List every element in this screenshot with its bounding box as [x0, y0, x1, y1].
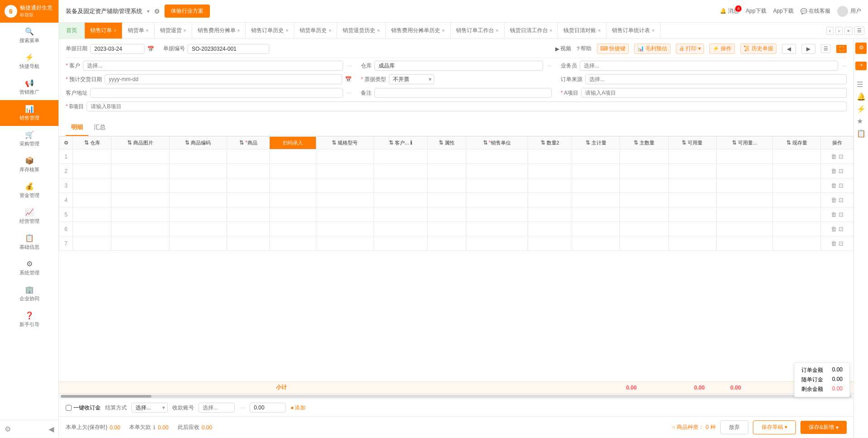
tab-menu-button[interactable]: ☰ — [854, 26, 864, 35]
copy-row-button[interactable]: ⊡ — [839, 168, 844, 174]
row-unit[interactable] — [466, 207, 528, 222]
staff-more-icon[interactable]: ··· — [842, 63, 847, 69]
row-scan[interactable] — [270, 236, 316, 251]
delete-row-button[interactable]: 🗑 — [831, 197, 837, 203]
sidebar-item-finance[interactable]: 💰 资金管理 — [0, 178, 58, 203]
delete-row-button[interactable]: 🗑 — [831, 226, 837, 232]
row-main-qty[interactable] — [620, 178, 668, 193]
sidebar-settings-icon[interactable]: ⚙ — [5, 425, 11, 433]
prev-record-button[interactable]: ◀ — [782, 44, 796, 54]
tab-sales-order-history[interactable]: 销售订单历史 × — [246, 23, 294, 39]
row-code[interactable] — [169, 207, 227, 222]
row-op[interactable]: 🗑⊡ — [821, 193, 853, 207]
profit-link[interactable]: 📊 毛利预估 — [634, 43, 670, 54]
a-project-input[interactable] — [581, 88, 847, 98]
remark-input[interactable] — [374, 88, 552, 98]
account-input[interactable] — [199, 403, 235, 413]
row-warehouse[interactable] — [73, 207, 112, 222]
tab-close-icon[interactable]: × — [184, 28, 186, 33]
sidebar-item-search[interactable]: 🔍 搜索菜单 — [0, 23, 58, 48]
tab-sales-invoice-history[interactable]: 销货单历史 × — [294, 23, 337, 39]
right-panel-icon-4[interactable]: ★ — [857, 117, 866, 125]
order-source-input[interactable] — [585, 74, 847, 84]
col-image-header[interactable]: ⇅ 商品图片 — [112, 137, 170, 149]
col-name-header[interactable]: ⇅ *商品 — [227, 137, 270, 149]
col-avail-header[interactable]: ⇅ 可用量 — [668, 137, 716, 149]
row-cust-code[interactable] — [374, 222, 427, 236]
row-qty2[interactable] — [528, 149, 572, 164]
delete-row-button[interactable]: 🗑 — [831, 182, 837, 189]
print-link[interactable]: 🖨 打印 ▾ — [676, 43, 704, 54]
row-spec[interactable] — [316, 164, 374, 178]
tab-close-all-button[interactable]: × — [844, 27, 853, 35]
tab-close-icon[interactable]: × — [598, 28, 601, 33]
sidebar-item-system[interactable]: ⚙ 系统管理 — [0, 255, 58, 281]
sidebar-item-operation[interactable]: 📈 经营管理 — [0, 203, 58, 229]
number-input[interactable] — [188, 44, 269, 54]
col-scan-header[interactable]: 扫码录入 — [270, 137, 316, 149]
delivery-calendar-icon[interactable]: 📅 — [345, 76, 352, 82]
row-name[interactable] — [227, 236, 270, 251]
tab-close-icon[interactable]: × — [146, 28, 149, 33]
row-main-qty[interactable] — [620, 149, 668, 164]
customer-input[interactable] — [83, 61, 343, 71]
row-warehouse[interactable] — [73, 222, 112, 236]
customer-more-icon[interactable]: ··· — [347, 63, 352, 69]
row-cust-code[interactable] — [374, 193, 427, 207]
online-support-link[interactable]: 💬 在线客服 — [800, 7, 830, 15]
row-unit[interactable] — [466, 222, 528, 236]
row-op[interactable]: 🗑⊡ — [821, 236, 853, 251]
row-warehouse[interactable] — [73, 236, 112, 251]
tab-expense-history[interactable]: 销售费用分摊单历史 × — [386, 23, 451, 39]
copy-row-button[interactable]: ⊡ — [839, 211, 844, 218]
notification-bell[interactable]: 🔔 8 消息 — [720, 7, 739, 15]
account-more-icon[interactable]: ··· — [241, 404, 245, 411]
sidebar-item-guide[interactable]: ❓ 新手引导 — [0, 307, 58, 332]
row-name[interactable] — [227, 149, 270, 164]
tab-sales-stats[interactable]: 销售订单统计表 × — [606, 23, 660, 39]
row-warehouse[interactable] — [73, 178, 112, 193]
row-cust-code[interactable] — [374, 149, 427, 164]
add-payment-button[interactable]: ● 添加 — [291, 404, 305, 412]
app-download-text[interactable]: App下载 — [773, 7, 794, 15]
shortcut-link[interactable]: ⌨ 快捷键 — [597, 43, 629, 54]
tab-close-icon[interactable]: × — [114, 28, 116, 33]
row-qty2[interactable] — [528, 236, 572, 251]
row-code[interactable] — [169, 149, 227, 164]
row-unit[interactable] — [466, 193, 528, 207]
next-record-button[interactable]: ▶ — [801, 44, 815, 54]
row-scan[interactable] — [270, 222, 316, 236]
col-customer-code-header[interactable]: ⇅ 客户... ℹ — [374, 137, 427, 149]
delete-row-button[interactable]: 🗑 — [831, 240, 837, 247]
table-tab-summary[interactable]: 汇总 — [88, 120, 111, 136]
col-qty2-header[interactable]: ⇅ 数量2 — [528, 137, 572, 149]
sidebar-item-base[interactable]: 📋 基础信息 — [0, 229, 58, 255]
row-cust-code[interactable] — [374, 207, 427, 222]
address-more-icon[interactable]: ··· — [347, 90, 352, 96]
scrollbar-thumb[interactable] — [61, 395, 151, 398]
b-project-input[interactable] — [87, 101, 847, 111]
user-menu[interactable]: 用户 — [837, 6, 861, 17]
row-unit[interactable] — [466, 236, 528, 251]
horizontal-scrollbar[interactable] — [59, 393, 853, 399]
right-panel-icon-2[interactable]: 🔔 — [857, 92, 866, 101]
row-name[interactable] — [227, 178, 270, 193]
help-link[interactable]: ? 帮助 — [577, 45, 592, 53]
add-goods-panel-button[interactable]: + 物品 — [855, 62, 867, 70]
view-mode-button[interactable]: ☰ — [821, 44, 831, 53]
payment-method-select[interactable]: 选择... — [131, 403, 168, 413]
address-input[interactable] — [90, 88, 343, 98]
amount-input[interactable] — [250, 403, 286, 413]
staff-input[interactable] — [580, 61, 838, 71]
row-qty2[interactable] — [528, 178, 572, 193]
row-warehouse[interactable] — [73, 193, 112, 207]
copy-row-button[interactable]: ⊡ — [839, 197, 844, 203]
tab-daily-workbench[interactable]: 钱货日清工作台 × — [504, 23, 558, 39]
tab-close-icon[interactable]: × — [550, 28, 553, 33]
view-link[interactable]: ▶ 视频 — [555, 45, 571, 53]
one-click-checkbox-input[interactable] — [66, 405, 72, 411]
row-scan[interactable] — [270, 207, 316, 222]
delete-row-button[interactable]: 🗑 — [831, 211, 837, 218]
tab-close-icon[interactable]: × — [377, 28, 380, 33]
row-cust-code[interactable] — [374, 236, 427, 251]
